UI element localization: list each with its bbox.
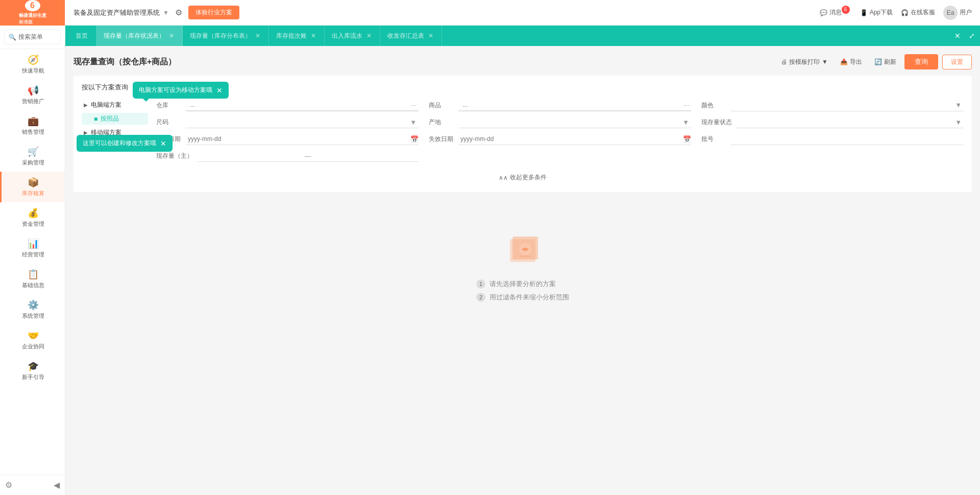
marketing-icon: 📢 xyxy=(28,85,39,96)
export-button[interactable]: 📤 导出 xyxy=(836,55,866,69)
color-select[interactable] xyxy=(731,100,964,111)
guide-icon: 🧭 xyxy=(28,54,39,65)
size-select[interactable] xyxy=(186,116,419,128)
inventory-icon: 📦 xyxy=(28,177,39,188)
header-settings-button[interactable]: ⚙ xyxy=(175,8,182,17)
stock-status-select[interactable] xyxy=(736,116,964,128)
tab-inventory-status-close[interactable]: ✕ xyxy=(168,32,175,39)
filter-expire-date: 失效日期 📅 xyxy=(429,133,691,145)
filter-size: 尺码 ▼ xyxy=(156,116,419,128)
operation-icon: 📊 xyxy=(28,238,39,249)
sidebar-item-purchase[interactable]: 🛒 采购管理 xyxy=(0,141,65,172)
filter-color: 颜色 ▼ xyxy=(701,99,964,111)
tooltip-desktop-scheme: 电脑方案可设为移动方案哦 ✕ xyxy=(133,82,229,99)
collapse-filter-button[interactable]: ∧∧ 收起更多条件 xyxy=(82,169,964,186)
product-input[interactable] xyxy=(458,99,691,111)
top-right-actions: 💬 消息 6 📱 App下载 🎧 在线客服 Ea 用户 xyxy=(820,6,972,20)
filter-header: 按以下方案查询 + ✎ ◀◀ 电脑方案可设为移动方案哦 ✕ xyxy=(82,82,964,93)
empty-step-1: 1 请先选择要分析的方案 xyxy=(476,279,569,289)
message-button[interactable]: 💬 消息 6 xyxy=(820,8,852,17)
tooltip2-close-button[interactable]: ✕ xyxy=(160,139,166,148)
filter-produce-date: 生产日期 📅 xyxy=(156,133,419,145)
logo-icon: 6 xyxy=(25,0,40,11)
filter-batch-no: 批号 xyxy=(701,133,964,145)
header-settings-icon: ⚙ xyxy=(175,8,182,17)
warehouse-input[interactable] xyxy=(186,99,419,111)
message-icon: 💬 xyxy=(820,9,827,16)
filter-stock-qty: 现存量（主） — xyxy=(156,150,419,162)
user-avatar: Ea xyxy=(943,6,958,20)
sidebar-item-sales[interactable]: 💼 销售管理 xyxy=(0,110,65,141)
scheme-list: ▶ 电脑端方案 ■ 按照品 ▶ 移动端方案 xyxy=(82,99,148,138)
tab-in-out-flow[interactable]: 出入库流水 ✕ xyxy=(325,26,380,46)
sidebar-collapse-button[interactable]: ◀ xyxy=(54,480,60,490)
tab-batch-ledger[interactable]: 库存批次账 ✕ xyxy=(269,26,325,46)
stock-qty-min-input[interactable] xyxy=(197,150,302,161)
tab-expand-button[interactable]: ⤢ xyxy=(966,30,978,42)
scheme-desktop[interactable]: ▶ 电脑端方案 xyxy=(82,99,148,111)
stock-qty-max-input[interactable] xyxy=(314,150,419,161)
sales-icon: 💼 xyxy=(28,115,39,127)
print-button[interactable]: 🖨 按模板打印 ▼ xyxy=(777,55,832,69)
expire-date-input[interactable] xyxy=(458,133,681,145)
filter-header-label: 按以下方案查询 xyxy=(82,83,128,92)
batch-no-input[interactable] xyxy=(731,133,964,145)
filter-stock-status: 现存量状态 ▼ xyxy=(701,116,964,128)
filter-product: 商品 ··· xyxy=(429,99,691,111)
tab-inventory-status[interactable]: 现存量（库存状况表） ✕ xyxy=(96,26,183,46)
user-avatar-button[interactable]: Ea 用户 xyxy=(943,6,972,20)
tab-collect-summary-close[interactable]: ✕ xyxy=(427,32,434,39)
page-title: 现存量查询（按仓库+商品） xyxy=(74,57,176,67)
online-support-button[interactable]: 🎧 在线客服 xyxy=(901,8,935,17)
newbie-icon: 🎓 xyxy=(28,361,39,372)
print-chevron-icon: ▼ xyxy=(822,58,828,65)
query-button[interactable]: 查询 xyxy=(904,54,938,69)
scheme-desktop-sub1[interactable]: ■ 按照品 xyxy=(82,113,148,125)
search-icon: 🔍 xyxy=(9,34,16,41)
sidebar-item-finance[interactable]: 💰 资金管理 xyxy=(0,202,65,233)
empty-step-2: 2 用过滤条件来缩小分析范围 xyxy=(476,293,569,302)
tab-in-out-flow-close[interactable]: ✕ xyxy=(365,32,373,39)
sidebar-item-marketing[interactable]: 📢 营销推广 xyxy=(0,80,65,110)
sidebar-item-enterprise[interactable]: 🤝 企业协同 xyxy=(0,325,65,356)
export-icon: 📤 xyxy=(840,58,848,65)
logo-text: 畅捷通好生意 标准版 xyxy=(19,12,46,26)
filter-warehouse: 仓库 ··· xyxy=(156,99,419,111)
svg-rect-3 xyxy=(521,255,530,257)
sidebar-item-system[interactable]: ⚙️ 系统管理 xyxy=(0,294,65,325)
top-header: 装备及固定资产辅助管理系统 ▼ ⚙ 体验行业方案 💬 消息 6 📱 App下载 … xyxy=(65,0,980,26)
settings-small-icon: ⚙ xyxy=(5,481,12,489)
finance-icon: 💰 xyxy=(28,207,39,219)
collapse-icon: ◀ xyxy=(54,481,60,489)
content-area: 现存量查询（按仓库+商品） 🖨 按模板打印 ▼ 📤 导出 🔄 刷新 查询 xyxy=(65,46,980,495)
set-button[interactable]: 设置 xyxy=(942,55,972,69)
filter-panel: 按以下方案查询 + ✎ ◀◀ 电脑方案可设为移动方案哦 ✕ ▶ 电脑端方案 xyxy=(74,76,972,192)
tab-home[interactable]: 首页 xyxy=(67,26,96,46)
tab-batch-ledger-close[interactable]: ✕ xyxy=(310,32,317,39)
page-actions: 🖨 按模板打印 ▼ 📤 导出 🔄 刷新 查询 设置 xyxy=(777,54,972,69)
sidebar-item-guide[interactable]: 🧭 快速导航 xyxy=(0,49,65,80)
sidebar-item-operation[interactable]: 📊 经营管理 xyxy=(0,233,65,264)
produce-date-calendar-icon[interactable]: 📅 xyxy=(410,135,419,143)
tab-inventory-dist[interactable]: 现存量（库存分布表） ✕ xyxy=(183,26,269,46)
system-name: 装备及固定资产辅助管理系统 ▼ xyxy=(74,8,169,17)
sidebar-item-newbie[interactable]: 🎓 新手引导 xyxy=(0,356,65,386)
tab-close-all-button[interactable]: ✕ xyxy=(951,30,964,42)
tab-collect-summary[interactable]: 收发存汇总表 ✕ xyxy=(380,26,442,46)
tooltip1-close-button[interactable]: ✕ xyxy=(216,86,223,95)
produce-date-input[interactable] xyxy=(186,133,408,145)
tab-inventory-dist-close[interactable]: ✕ xyxy=(254,32,261,39)
print-icon: 🖨 xyxy=(781,58,787,65)
search-menu-button[interactable]: 🔍 搜索菜单 xyxy=(4,30,61,44)
page-header: 现存量查询（按仓库+商品） 🖨 按模板打印 ▼ 📤 导出 🔄 刷新 查询 xyxy=(74,54,972,69)
industry-solution-button[interactable]: 体验行业方案 xyxy=(188,6,239,19)
expire-date-calendar-icon[interactable]: 📅 xyxy=(683,135,691,143)
sidebar-item-basic[interactable]: 📋 基础信息 xyxy=(0,264,65,294)
origin-select[interactable] xyxy=(458,116,691,128)
app-download-button[interactable]: 📱 App下载 xyxy=(860,8,893,17)
sidebar-settings-button[interactable]: ⚙ xyxy=(5,480,12,490)
sidebar-item-inventory[interactable]: 📦 库存核算 xyxy=(0,172,65,202)
refresh-button[interactable]: 🔄 刷新 xyxy=(870,55,900,69)
phone-icon: 📱 xyxy=(860,9,868,16)
refresh-icon: 🔄 xyxy=(874,58,882,65)
